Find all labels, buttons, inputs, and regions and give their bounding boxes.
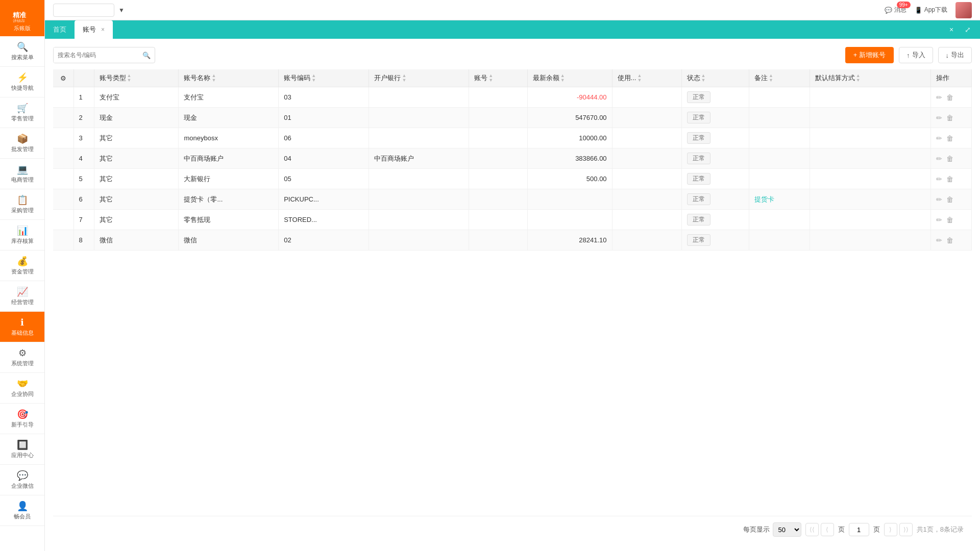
col-settings[interactable]: ⚙ <box>53 69 74 87</box>
cell-status: 正常 <box>681 128 749 148</box>
trend-icon: 📈 <box>17 286 28 297</box>
table-row: 5 其它 大新银行 05 500.00 正常 ✏ 🗑 <box>53 169 972 189</box>
col-code[interactable]: 账号编码 ▲▼ <box>279 69 369 87</box>
cell-usage <box>612 128 681 148</box>
delete-icon[interactable]: 🗑 <box>946 93 953 102</box>
col-usage[interactable]: 使用... ▲▼ <box>612 69 681 87</box>
cell-status: 正常 <box>681 169 749 189</box>
sidebar-item-retail[interactable]: 🛒 零售管理 <box>0 97 44 128</box>
app-download-button[interactable]: 📱 App下载 <box>915 6 947 14</box>
sidebar-item-purchase[interactable]: 📋 采购管理 <box>0 189 44 220</box>
search-button[interactable]: 🔍 <box>138 47 155 63</box>
search-input[interactable] <box>54 47 138 63</box>
cell-index: 8 <box>74 230 94 251</box>
cell-index: 5 <box>74 169 94 189</box>
col-balance[interactable]: 最新余额 ▲▼ <box>527 69 612 87</box>
page-number-input[interactable] <box>849 523 869 536</box>
edit-icon[interactable]: ✏ <box>936 93 942 102</box>
tab-close-icon[interactable]: × <box>101 26 105 33</box>
sidebar-item-label: 经营管理 <box>11 298 34 306</box>
tab-home[interactable]: 首页 <box>45 20 75 39</box>
cell-usage <box>612 230 681 251</box>
top-search-input[interactable] <box>53 4 114 17</box>
sidebar-item-shortcuts[interactable]: ⚡ 快捷导航 <box>0 67 44 97</box>
edit-icon[interactable]: ✏ <box>936 175 942 183</box>
logo-image: 精准 进销存 <box>10 5 35 23</box>
col-bank[interactable]: 开户银行 ▲▼ <box>369 69 469 87</box>
status-badge: 正常 <box>687 91 710 103</box>
cell-settlement <box>810 108 930 128</box>
edit-icon[interactable]: ✏ <box>936 216 942 224</box>
col-name[interactable]: 账号名称 ▲▼ <box>179 69 279 87</box>
topbar-dropdown[interactable]: ▼ <box>118 7 125 14</box>
cell-settlement <box>810 230 930 251</box>
edit-icon[interactable]: ✏ <box>936 114 942 122</box>
delete-icon[interactable]: 🗑 <box>946 134 953 142</box>
cell-bank <box>369 108 469 128</box>
sidebar-item-wechat-work[interactable]: 💬 企业微信 <box>0 465 44 495</box>
cell-settings <box>53 230 74 251</box>
cell-remark <box>749 148 810 169</box>
export-button[interactable]: ↓ 导出 <box>938 47 972 63</box>
sidebar-item-system[interactable]: ⚙ 系统管理 <box>0 342 44 373</box>
sidebar-item-search[interactable]: 🔍 搜索菜单 <box>0 36 44 67</box>
sidebar-item-wholesale[interactable]: 📦 批发管理 <box>0 128 44 159</box>
page-size-select[interactable]: 10 20 50 100 <box>773 522 801 537</box>
col-type[interactable]: 账号类型 ▲▼ <box>94 69 179 87</box>
tab-close-all-button[interactable]: × <box>945 23 958 36</box>
prev-page-button[interactable]: ⟨ <box>821 523 834 536</box>
edit-icon[interactable]: ✏ <box>936 155 942 163</box>
add-account-button[interactable]: + 新增账号 <box>845 47 894 63</box>
user-avatar[interactable] <box>955 2 972 18</box>
status-badge: 正常 <box>687 173 710 185</box>
sidebar-item-collaboration[interactable]: 🤝 企业协同 <box>0 373 44 404</box>
cell-bank <box>369 128 469 148</box>
cell-settlement <box>810 210 930 230</box>
next-page-button[interactable]: ⟩ <box>884 523 897 536</box>
cell-action: ✏ 🗑 <box>931 128 972 148</box>
last-page-button[interactable]: ⟩⟩ <box>899 523 913 536</box>
sidebar-item-operation[interactable]: 📈 经营管理 <box>0 281 44 312</box>
sidebar-item-label: 应用中心 <box>11 452 34 459</box>
action-icons: ✏ 🗑 <box>936 155 966 163</box>
cell-name: 零售抵现 <box>179 210 279 230</box>
tab-account[interactable]: 账号 × <box>75 20 113 39</box>
delete-icon[interactable]: 🗑 <box>946 155 953 163</box>
delete-icon[interactable]: 🗑 <box>946 175 953 183</box>
cell-remark <box>749 128 810 148</box>
tab-expand-button[interactable]: ⤢ <box>962 23 974 36</box>
col-settlement[interactable]: 默认结算方式 ▲▼ <box>810 69 930 87</box>
sidebar-item-apps[interactable]: 🔲 应用中心 <box>0 434 44 465</box>
tabbar-actions: × ⤢ <box>945 23 980 36</box>
svg-text:精准: 精准 <box>12 11 27 19</box>
lightning-icon: ⚡ <box>17 72 28 83</box>
edit-icon[interactable]: ✏ <box>936 195 942 204</box>
edit-icon[interactable]: ✏ <box>936 134 942 142</box>
cell-type: 其它 <box>94 210 179 230</box>
accounts-table: ⚙ 账号类型 ▲▼ 账号名称 ▲▼ <box>53 69 972 251</box>
delete-icon[interactable]: 🗑 <box>946 216 953 224</box>
col-remark[interactable]: 备注 ▲▼ <box>749 69 810 87</box>
import-button[interactable]: ↑ 导入 <box>899 47 933 63</box>
cell-name: moneybosx <box>179 128 279 148</box>
delete-icon[interactable]: 🗑 <box>946 236 953 244</box>
edit-icon[interactable]: ✏ <box>936 236 942 244</box>
sidebar-item-inventory[interactable]: 📊 库存核算 <box>0 220 44 251</box>
messages-button[interactable]: 💬 消息 99+ <box>885 6 906 14</box>
sidebar-item-guide[interactable]: 🎯 新手引导 <box>0 404 44 434</box>
sidebar-item-ecommerce[interactable]: 💻 电商管理 <box>0 159 44 189</box>
first-page-button[interactable]: ⟨⟨ <box>805 523 819 536</box>
sort-icons: ▲▼ <box>402 73 406 83</box>
sidebar-item-finance[interactable]: 💰 资金管理 <box>0 251 44 281</box>
cell-account <box>469 87 528 108</box>
col-status[interactable]: 状态 ▲▼ <box>681 69 749 87</box>
sidebar-item-basic-info[interactable]: ℹ 基础信息 <box>0 312 44 342</box>
col-account-label: 账号 <box>474 73 487 83</box>
action-icons: ✏ 🗑 <box>936 134 966 142</box>
delete-icon[interactable]: 🗑 <box>946 195 953 204</box>
sidebar-item-members[interactable]: 👤 畅会员 <box>0 495 44 526</box>
col-account[interactable]: 账号 ▲▼ <box>469 69 528 87</box>
sidebar-item-label: 资金管理 <box>11 268 34 276</box>
delete-icon[interactable]: 🗑 <box>946 114 953 122</box>
cell-action: ✏ 🗑 <box>931 230 972 251</box>
